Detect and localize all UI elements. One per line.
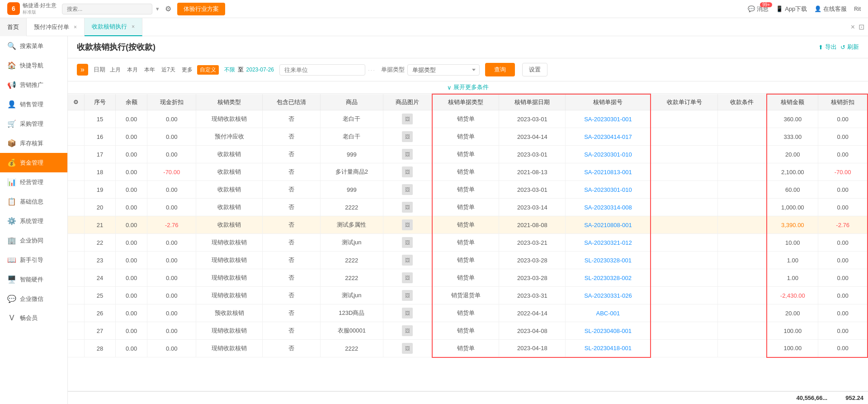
tab-prepay[interactable]: 预付冲应付单 ×: [27, 18, 85, 36]
table-cell[interactable]: SL-20230328-001: [566, 252, 651, 269]
table-cell: 否: [263, 128, 321, 146]
industry-btn[interactable]: 体验行业方案: [177, 3, 225, 15]
service-label: 在线客服: [823, 5, 847, 13]
settings-btn[interactable]: 设置: [522, 63, 547, 76]
bill-no-link[interactable]: SA-20230414-017: [584, 133, 632, 140]
query-btn[interactable]: 查询: [485, 63, 515, 76]
table-cell[interactable]: SA-20230314-008: [566, 199, 651, 216]
sidebar-item-marketing-label: 营销推广: [20, 81, 43, 89]
tab-close-window-btn[interactable]: ×: [851, 23, 855, 31]
custom-date-btn[interactable]: 自定义: [197, 65, 219, 75]
sidebar-item-enterprise[interactable]: 🏢 企业协同: [0, 231, 67, 250]
sidebar-item-purchase[interactable]: 🛒 采购管理: [0, 114, 67, 133]
bill-no-link[interactable]: SL-20230408-001: [585, 328, 632, 334]
bill-no-link[interactable]: SA-20210808-001: [584, 222, 632, 228]
doc-type-select[interactable]: 单据类型: [407, 64, 480, 76]
bill-no-link[interactable]: ABC-001: [596, 310, 620, 317]
enterprise-icon: 🏢: [7, 236, 16, 245]
vip-icon: V: [7, 314, 16, 322]
bill-no-link[interactable]: SL-20230418-001: [585, 345, 632, 352]
source-input[interactable]: [279, 64, 365, 76]
sidebar-item-finance-label: 资金管理: [20, 159, 43, 167]
sidebar-item-finance[interactable]: 💰 资金管理: [0, 153, 67, 172]
bill-no-link[interactable]: SL-20230328-002: [585, 275, 632, 281]
col-header-balance: 余额: [116, 94, 147, 110]
table-cell[interactable]: SA-20230414-017: [566, 128, 651, 146]
table-cell: 现销收款核销: [196, 234, 263, 252]
sidebar-item-business[interactable]: 📊 经营管理: [0, 172, 67, 192]
this-year-btn[interactable]: 本年: [142, 65, 157, 75]
sidebar-item-system[interactable]: ⚙️ 系统管理: [0, 211, 67, 231]
table-cell[interactable]: SA-20230301-010: [566, 181, 651, 199]
dropdown-arrow-icon: ▾: [156, 5, 159, 12]
table-cell[interactable]: ABC-001: [566, 304, 651, 322]
table-cell: 0.00: [116, 269, 147, 287]
table-cell: [651, 234, 717, 252]
bill-no-link[interactable]: SL-20230328-001: [585, 257, 632, 264]
expand-more-btn[interactable]: ∨ 展开更多条件: [447, 83, 489, 91]
bill-no-link[interactable]: SA-20230331-026: [584, 292, 632, 299]
sidebar-item-search-menu-label: 搜索菜单: [20, 42, 43, 50]
table-cell: 否: [263, 110, 321, 128]
sidebar-item-marketing[interactable]: 📢 营销推广: [0, 75, 67, 95]
bill-no-link[interactable]: SA-20230301-001: [584, 116, 632, 123]
sidebar-item-search-menu[interactable]: 🔍 搜索菜单: [0, 36, 67, 56]
app-download-btn[interactable]: 📱 App下载: [776, 5, 807, 13]
sidebar-item-hardware[interactable]: 🖥️ 智能硬件: [0, 270, 67, 289]
sidebar-item-quick-nav[interactable]: 🏠 快捷导航: [0, 56, 67, 75]
bill-no-link[interactable]: SA-20230301-010: [584, 151, 632, 158]
sidebar-item-guide[interactable]: 📖 新手引导: [0, 250, 67, 270]
table-cell[interactable]: SA-20230331-026: [566, 287, 651, 304]
tab-writeoff[interactable]: 收款核销执行 ×: [85, 18, 142, 36]
table-cell: 0.00: [818, 234, 868, 252]
this-month-btn[interactable]: 本月: [125, 65, 140, 75]
last-month-btn[interactable]: 上月: [108, 65, 123, 75]
bill-no-link[interactable]: SA-20210813-001: [584, 169, 632, 176]
table-cell: 0.00: [818, 128, 868, 146]
tab-prepay-close-icon[interactable]: ×: [74, 24, 77, 30]
table-cell[interactable]: SA-20230301-010: [566, 146, 651, 163]
tab-home[interactable]: 首页: [0, 18, 27, 36]
message-icon: 💬: [748, 5, 755, 12]
tab-maximize-btn[interactable]: ⊡: [859, 23, 864, 31]
app-logo: 6 畅捷通·好生意 标准版: [7, 2, 57, 15]
table-cell: 否: [263, 181, 321, 199]
top-search-input[interactable]: [62, 4, 152, 14]
col-header-goods: 商品: [321, 94, 383, 110]
table-cell: -2,430.00: [767, 287, 818, 304]
table-cell[interactable]: SA-20230301-001: [566, 110, 651, 128]
tab-writeoff-close-icon[interactable]: ×: [132, 24, 135, 30]
user-name[interactable]: Rit: [854, 6, 861, 12]
sidebar-item-vip[interactable]: V 畅会员: [0, 309, 67, 328]
last-7-days-btn[interactable]: 近7天: [160, 65, 177, 75]
online-service-btn[interactable]: 👤 在线客服: [814, 5, 847, 13]
sidebar-item-wechat[interactable]: 💬 企业微信: [0, 289, 67, 309]
table-cell[interactable]: SA-20210813-001: [566, 163, 651, 181]
table-cell[interactable]: SL-20230408-001: [566, 322, 651, 340]
table-cell[interactable]: SA-20210808-001: [566, 216, 651, 234]
refresh-btn[interactable]: ↺ 刷新: [840, 43, 859, 51]
table-row: 260.000.00预收款核销否123D商品🖼销货单2022-04-14ABC-…: [68, 304, 868, 322]
table-cell[interactable]: SA-20230321-012: [566, 234, 651, 252]
sidebar-item-basic[interactable]: 📋 基础信息: [0, 192, 67, 211]
bill-no-link[interactable]: SA-20230301-010: [584, 186, 632, 193]
sidebar-item-basic-label: 基础信息: [20, 198, 43, 206]
settings-icon[interactable]: ⚙: [163, 4, 174, 14]
export-btn[interactable]: ⬆ 导出: [818, 43, 837, 51]
table-cell: 销货单: [432, 181, 499, 199]
table-cell: [717, 216, 767, 234]
bill-no-link[interactable]: SA-20230314-008: [584, 204, 632, 211]
bill-no-link[interactable]: SA-20230321-012: [584, 239, 632, 246]
table-cell: 🖼: [383, 216, 432, 234]
table-cell: 0.00: [818, 269, 868, 287]
filter-expand-btn[interactable]: »: [77, 64, 88, 76]
sidebar-item-inventory[interactable]: 📦 库存核算: [0, 133, 67, 153]
col-header-settings[interactable]: ⚙: [68, 94, 84, 110]
table-cell[interactable]: SL-20230418-001: [566, 340, 651, 357]
table-cell: 2222: [321, 252, 383, 269]
more-date-btn[interactable]: 更多: [180, 65, 194, 75]
table-cell[interactable]: SL-20230328-002: [566, 269, 651, 287]
message-btn[interactable]: 💬 消息 99+: [748, 5, 769, 13]
table-cell: 0.00: [116, 322, 147, 340]
sidebar-item-sales[interactable]: 👤 销售管理: [0, 95, 67, 114]
